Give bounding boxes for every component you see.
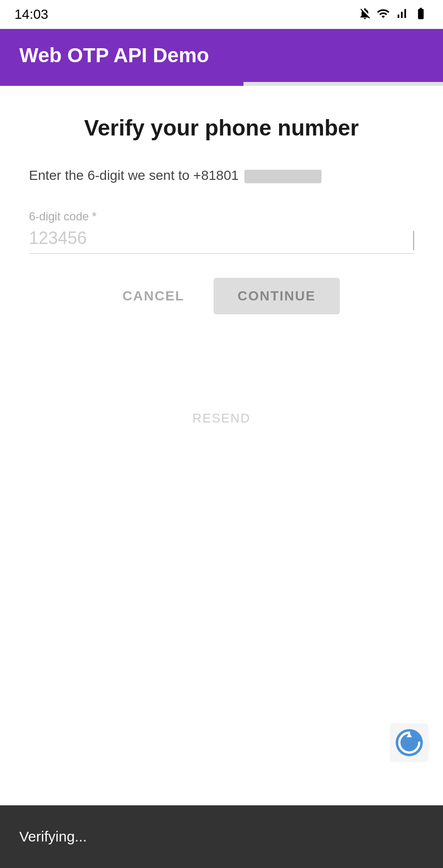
- main-content: Verify your phone number Enter the 6-dig…: [0, 86, 443, 426]
- resend-section[interactable]: RESEND: [29, 411, 414, 426]
- progress-bar-container: [0, 82, 443, 86]
- otp-input-value: 123456: [29, 228, 414, 248]
- phone-number-redacted: [244, 170, 322, 183]
- status-bar: 14:03: [0, 0, 443, 29]
- recaptcha-badge: [390, 723, 429, 762]
- signal-icon: [395, 7, 408, 22]
- cancel-button[interactable]: CANCEL: [103, 279, 204, 313]
- toast-text: Verifying...: [19, 828, 87, 845]
- status-icons: [358, 7, 429, 22]
- notification-muted-icon: [358, 7, 372, 22]
- wifi-icon: [376, 7, 390, 22]
- bottom-toast: Verifying...: [0, 805, 443, 868]
- otp-input-label: 6-digit code *: [29, 210, 414, 223]
- cursor-indicator: [413, 231, 414, 250]
- app-bar: Web OTP API Demo: [0, 29, 443, 82]
- resend-label[interactable]: RESEND: [192, 411, 250, 425]
- progress-bar-fill: [0, 82, 243, 86]
- page-title: Verify your phone number: [29, 115, 414, 141]
- continue-button[interactable]: CONTINUE: [214, 278, 340, 314]
- action-buttons: CANCEL CONTINUE: [29, 278, 414, 314]
- subtitle: Enter the 6-digit we sent to +81801: [29, 165, 414, 186]
- otp-input-wrapper[interactable]: 123456: [29, 228, 414, 254]
- battery-icon: [413, 7, 429, 22]
- app-bar-title: Web OTP API Demo: [19, 44, 209, 67]
- otp-input-section[interactable]: 6-digit code * 123456: [29, 210, 414, 254]
- status-time: 14:03: [14, 7, 48, 22]
